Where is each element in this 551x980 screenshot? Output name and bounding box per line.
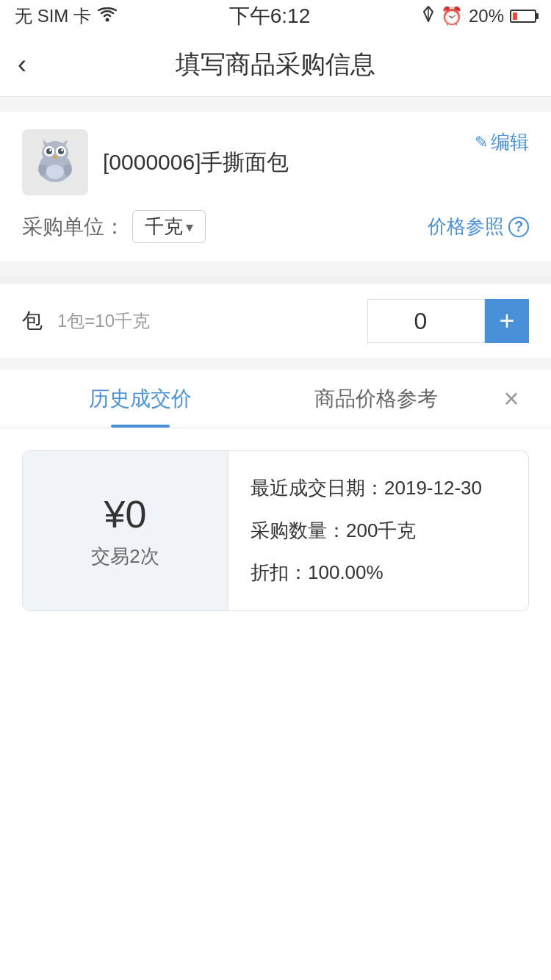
status-time: 下午6:12 bbox=[229, 2, 311, 30]
status-bar: 无 SIM 卡 下午6:12 ⏰ 20% bbox=[0, 0, 551, 32]
location-icon bbox=[422, 6, 435, 26]
svg-point-0 bbox=[106, 18, 109, 22]
product-left: [0000006]手撕面包 bbox=[22, 129, 289, 195]
recent-date-value: 2019-12-30 bbox=[384, 477, 482, 499]
svg-point-9 bbox=[61, 149, 63, 151]
tab-panel: 历史成交价 商品价格参考 × ¥0 交易2次 最近成交日期：2019-12-30 bbox=[0, 370, 551, 633]
tab-content: ¥0 交易2次 最近成交日期：2019-12-30 采购数量：200千克 折扣：… bbox=[0, 428, 551, 633]
status-left: 无 SIM 卡 bbox=[15, 4, 118, 28]
unit-row: 采购单位： 千克 ▾ 价格参照 ? bbox=[22, 210, 529, 243]
unit-label: 采购单位： bbox=[22, 213, 125, 241]
page-title: 填写商品采购信息 bbox=[176, 48, 375, 82]
unit-value: 千克 bbox=[145, 214, 183, 239]
history-price-display: ¥0 bbox=[104, 492, 147, 536]
discount-row: 折扣：100.00% bbox=[251, 558, 506, 588]
edit-label: 编辑 bbox=[491, 129, 529, 155]
battery-icon bbox=[510, 10, 536, 23]
no-sim-text: 无 SIM 卡 bbox=[15, 4, 91, 28]
recent-date-label: 最近成交日期： bbox=[251, 477, 384, 499]
svg-point-8 bbox=[49, 149, 51, 151]
chevron-down-icon: ▾ bbox=[186, 218, 193, 236]
bottom-fill bbox=[0, 633, 551, 980]
quantity-row: 包 1包=10千克 + bbox=[0, 284, 551, 358]
wifi-icon bbox=[97, 6, 118, 26]
plus-icon: + bbox=[499, 306, 514, 336]
status-right: ⏰ 20% bbox=[422, 6, 536, 26]
back-icon: ‹ bbox=[18, 49, 26, 79]
edit-icon: ✎ bbox=[475, 133, 488, 152]
back-button[interactable]: ‹ bbox=[18, 49, 26, 80]
product-card: [0000006]手撕面包 ✎ 编辑 采购单位： 千克 ▾ 价格参照 ? bbox=[0, 112, 551, 261]
tab-history-price[interactable]: 历史成交价 bbox=[22, 370, 258, 428]
history-card-details: 最近成交日期：2019-12-30 采购数量：200千克 折扣：100.00% bbox=[228, 451, 528, 610]
svg-point-7 bbox=[58, 148, 64, 154]
history-card: ¥0 交易2次 最近成交日期：2019-12-30 采购数量：200千克 折扣：… bbox=[22, 450, 529, 611]
product-name: [0000006]手撕面包 bbox=[103, 148, 289, 178]
quantity-detail-value: 200千克 bbox=[346, 519, 416, 541]
battery-percent: 20% bbox=[469, 6, 504, 26]
svg-point-6 bbox=[46, 148, 52, 154]
svg-point-10 bbox=[46, 165, 64, 179]
product-header: [0000006]手撕面包 ✎ 编辑 bbox=[22, 129, 529, 195]
history-card-price-area: ¥0 交易2次 bbox=[23, 451, 228, 610]
price-ref-label: 价格参照 bbox=[428, 214, 504, 239]
history-trades-count: 交易2次 bbox=[91, 544, 159, 569]
recent-date-row: 最近成交日期：2019-12-30 bbox=[251, 473, 506, 504]
tab-header: 历史成交价 商品价格参考 × bbox=[0, 370, 551, 428]
quantity-detail-label: 采购数量： bbox=[251, 519, 346, 541]
price-reference-button[interactable]: 价格参照 ? bbox=[428, 214, 529, 239]
unit-selector[interactable]: 千克 ▾ bbox=[132, 210, 206, 243]
quantity-input-wrap: + bbox=[367, 299, 529, 343]
quantity-row-detail: 采购数量：200千克 bbox=[251, 516, 506, 547]
currency-symbol: ¥ bbox=[104, 493, 126, 536]
tab-history-label: 历史成交价 bbox=[89, 385, 192, 413]
quantity-input[interactable] bbox=[367, 299, 485, 343]
tab-active-indicator bbox=[111, 425, 170, 428]
quantity-hint: 1包=10千克 bbox=[57, 309, 353, 333]
quantity-plus-button[interactable]: + bbox=[485, 299, 529, 343]
close-tab-button[interactable]: × bbox=[494, 381, 529, 417]
product-thumbnail bbox=[22, 129, 88, 195]
help-icon: ? bbox=[508, 217, 529, 237]
discount-label: 折扣： bbox=[251, 561, 308, 583]
tab-price-ref-label: 商品价格参考 bbox=[314, 385, 438, 413]
alarm-icon: ⏰ bbox=[441, 6, 463, 26]
unit-left: 采购单位： 千克 ▾ bbox=[22, 210, 206, 243]
nav-bar: ‹ 填写商品采购信息 bbox=[0, 32, 551, 97]
discount-value: 100.00% bbox=[308, 561, 383, 583]
close-icon: × bbox=[503, 383, 519, 414]
tab-price-reference[interactable]: 商品价格参考 bbox=[258, 370, 494, 428]
price-value: 0 bbox=[126, 493, 147, 536]
section-divider bbox=[0, 275, 551, 284]
quantity-unit-label: 包 bbox=[22, 307, 43, 335]
edit-button[interactable]: ✎ 编辑 bbox=[475, 129, 529, 155]
